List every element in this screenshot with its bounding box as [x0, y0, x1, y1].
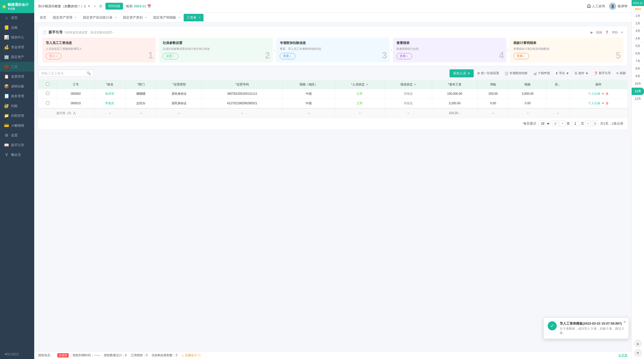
cal-month-4[interactable]: 4月: [632, 35, 644, 42]
cal-month-5[interactable]: 5月: [632, 42, 644, 50]
add-account-icon[interactable]: +: [94, 4, 96, 9]
row-checkbox-0[interactable]: [38, 89, 57, 99]
tab-close-fixed-assets-category[interactable]: ×: [145, 16, 147, 19]
service-btn[interactable]: 🎧 人工咨询: [587, 4, 605, 9]
row-delete-icon-0[interactable]: 🗑: [606, 92, 609, 95]
cal-month-9[interactable]: 9月: [632, 73, 644, 80]
guide-title-text: 新手引导: [49, 30, 63, 35]
cal-month-1[interactable]: 1月: [632, 12, 644, 20]
row-edit-icon-0[interactable]: ✏: [602, 92, 604, 95]
tab-fixed-assets-depreciation[interactable]: 固定资产折旧统计表×: [80, 14, 119, 21]
auth-status-label: 授权状态：: [38, 353, 53, 357]
first-page-btn[interactable]: ⟨⟨: [552, 121, 558, 127]
tab-home[interactable]: 首页: [37, 14, 49, 21]
step-btn-4[interactable]: 查看＞: [396, 53, 412, 59]
filter-icon-report_status[interactable]: ▼: [414, 83, 416, 86]
special-deduction-btn[interactable]: 📋 专项附加扣除: [503, 70, 529, 76]
cal-month-2[interactable]: 2月: [632, 20, 644, 27]
sidebar-item-fixed[interactable]: 🏢 固定资产: [0, 52, 34, 62]
sidebar-item-ledger[interactable]: 📒 总账: [0, 23, 34, 32]
row-edit-icon-1[interactable]: ✏: [602, 101, 604, 105]
sidebar-item-finance[interactable]: 💰 资金管理: [0, 42, 34, 52]
unpin-label: ◀取消固定: [4, 352, 19, 356]
step-btn-1[interactable]: 导入＞: [46, 53, 61, 59]
sidebar-label-invoice: 发票管理: [11, 74, 24, 79]
sidebar-icon-finance: 💰: [4, 45, 9, 49]
next-page-btn[interactable]: ＞: [585, 121, 591, 127]
sidebar-item-vip[interactable]: V 畅会员: [0, 150, 34, 160]
sidebar-item-expense[interactable]: 💳 小畅报销: [0, 121, 34, 130]
social-icon: ⚙: [477, 72, 480, 75]
row-social-link-0[interactable]: 个人社保: [588, 92, 600, 96]
step-title-3: 专项附加扣除信息: [280, 41, 386, 45]
help-link[interactable]: 帮助: [612, 30, 618, 35]
app-name: 畅捷通好会计: [8, 3, 29, 7]
tab-fixed-assets-detail[interactable]: 固定资产明细账×: [150, 14, 183, 21]
tab-close-fixed-assets-detail[interactable]: ×: [178, 16, 180, 19]
step-btn-3[interactable]: 查看＞: [280, 53, 295, 59]
cal-month-12[interactable]: 12月: [632, 95, 644, 103]
refresh-btn[interactable]: ↻ 刷新: [615, 70, 627, 76]
cal-year[interactable]: 2023: [632, 6, 644, 12]
row-checkbox-1[interactable]: [38, 98, 57, 108]
cal-month-7[interactable]: 7月: [632, 58, 644, 65]
step-btn-2[interactable]: 设置＞: [163, 53, 178, 59]
charge-link[interactable]: 去充值: [618, 353, 627, 357]
sidebar-up-icon[interactable]: ▲: [634, 339, 642, 347]
select-all-checkbox[interactable]: [46, 82, 49, 86]
page-input[interactable]: [571, 121, 580, 126]
guide-steps: 导入员工工资信息 人员信息及工资数据新增导入 导入＞ 1 › 社保参数设置 完成…: [42, 38, 623, 62]
sidebar-down-icon[interactable]: ▼: [634, 349, 642, 357]
sidebar-unpin[interactable]: ◀取消固定: [0, 350, 34, 359]
period-selector[interactable]: 账期 2023-11 📅: [126, 4, 151, 9]
filter-icon-status[interactable]: ▼: [366, 83, 368, 86]
tab-salary[interactable]: 工资表×: [184, 14, 204, 21]
sidebar-item-report[interactable]: 📊 报表中心: [0, 32, 34, 42]
cal-month-8[interactable]: 8月: [632, 65, 644, 73]
prev-page-btn[interactable]: ＜: [559, 121, 566, 127]
sidebar-item-inventory[interactable]: 📦 进销台账: [0, 81, 34, 91]
sidebar-item-home[interactable]: ⌂ 首页: [0, 13, 34, 23]
toast-close-btn[interactable]: ✕: [623, 320, 626, 324]
sidebar-item-salary[interactable]: 💼 工资: [0, 62, 34, 72]
social-insurance-btn[interactable]: ⚙ 统一社保设置: [476, 70, 501, 76]
sidebar-item-tax[interactable]: 🧾 税务管理: [0, 91, 34, 101]
sidebar-item-closing[interactable]: 🔐 结账: [0, 101, 34, 111]
settings-icon[interactable]: ⚙: [99, 4, 102, 9]
add-person-btn[interactable]: 添加人员 ▼: [450, 69, 474, 77]
switch-version-btn[interactable]: 切到旧版: [105, 3, 123, 10]
row-name-0[interactable]: 徐泽华: [94, 89, 126, 99]
tab-close-fixed-assets[interactable]: ×: [75, 16, 76, 19]
sidebar-item-archive[interactable]: 📁 归档管理: [0, 111, 34, 121]
search-box[interactable]: 🔍: [38, 70, 94, 77]
refresh-label: 刷新: [620, 71, 626, 75]
export-btn[interactable]: ⬆ 导出 ▼: [554, 70, 571, 76]
account-selector[interactable]: 刘小艳演示账套（勿删勿动！）1 ▼: [38, 4, 91, 9]
last-page-btn[interactable]: ⟩⟩: [592, 121, 598, 127]
cal-month-6[interactable]: 6月: [632, 50, 644, 58]
step-btn-5[interactable]: 查看＞: [513, 53, 529, 59]
video-link[interactable]: 视频: [596, 30, 602, 35]
row-dept-0: 嗯嗯嗯: [125, 89, 156, 99]
tab-close-fixed-assets-depreciation[interactable]: ×: [115, 16, 116, 19]
cal-month-3[interactable]: 3月: [632, 27, 644, 35]
tab-close-salary[interactable]: ×: [199, 16, 200, 19]
row-name-1[interactable]: 李俊杰: [94, 98, 126, 108]
page-size-select[interactable]: 10 20 50: [538, 121, 550, 126]
close-guide-icon[interactable]: ✕: [621, 31, 623, 34]
sidebar-icon-inventory: 📦: [4, 84, 9, 89]
tax-report-btn[interactable]: 📊 个税申报: [532, 70, 551, 76]
sidebar-item-invoice[interactable]: 📋 发票管理: [0, 72, 34, 81]
guide-btn[interactable]: ❓ 新手引导: [592, 70, 612, 76]
row-social-link-1[interactable]: 个人社保: [588, 101, 600, 106]
tab-fixed-assets-category[interactable]: 固定资产类别×: [120, 14, 150, 21]
operations-btn[interactable]: ☰ 操作 ▼: [573, 70, 590, 76]
sidebar-item-settings[interactable]: ⚙ 设置: [0, 130, 34, 140]
sidebar-item-guide[interactable]: 📖 新手引导: [0, 140, 34, 150]
search-input[interactable]: [41, 71, 87, 75]
cal-month-10[interactable]: 10月: [632, 80, 644, 88]
tab-fixed-assets[interactable]: 固定资产管理×: [50, 14, 79, 21]
cal-month-11[interactable]: 11月: [632, 88, 644, 95]
row-delete-icon-1[interactable]: 🗑: [606, 101, 609, 105]
user-menu[interactable]: 👤 徐泽华: [609, 3, 627, 10]
